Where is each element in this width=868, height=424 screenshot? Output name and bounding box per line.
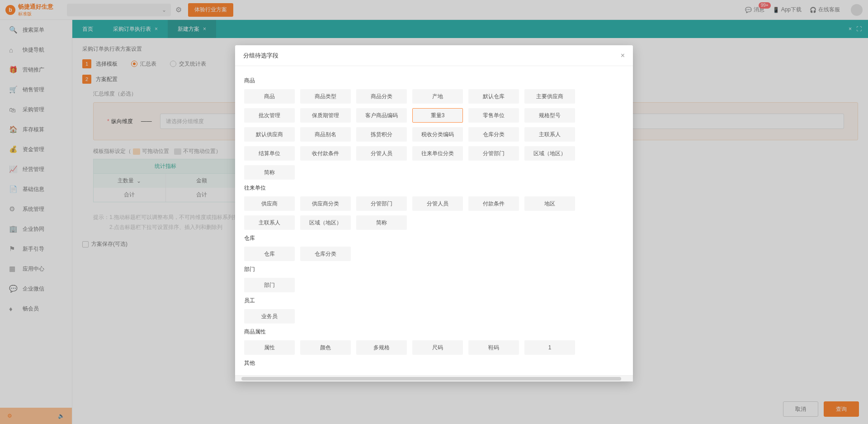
field-chip[interactable]: 保质期管理 <box>300 108 351 123</box>
field-chip[interactable]: 税收分类编码 <box>412 127 463 142</box>
field-chip[interactable]: 商品类型 <box>300 89 351 104</box>
field-chip[interactable]: 简称 <box>244 165 295 180</box>
chip-group: 部门 <box>244 278 624 292</box>
field-chip[interactable]: 拣货积分 <box>356 127 407 142</box>
field-chip[interactable]: 鞋码 <box>468 340 519 355</box>
field-select-modal: 分组待选字段 × 商品商品商品类型商品分类产地默认仓库主要供应商批次管理保质期管… <box>235 45 633 381</box>
field-chip[interactable]: 客户商品编码 <box>356 108 407 123</box>
chip-group: 商品商品类型商品分类产地默认仓库主要供应商批次管理保质期管理客户商品编码重量3零… <box>244 89 624 180</box>
field-chip[interactable]: 尺码 <box>412 340 463 355</box>
field-chip[interactable]: 商品分类 <box>356 89 407 104</box>
field-chip[interactable]: 重量3 <box>412 108 463 123</box>
field-chip[interactable]: 付款条件 <box>468 196 519 211</box>
field-chip[interactable]: 商品 <box>244 89 295 104</box>
field-chip[interactable]: 地区 <box>524 196 575 211</box>
group-title: 员工 <box>244 297 624 305</box>
group-title: 商品属性 <box>244 328 624 336</box>
field-chip[interactable]: 多规格 <box>356 340 407 355</box>
modal-close-icon[interactable]: × <box>621 52 625 60</box>
field-chip[interactable]: 分管人员 <box>356 146 407 161</box>
field-chip[interactable]: 规格型号 <box>524 108 575 123</box>
field-chip[interactable]: 结算单位 <box>244 146 295 161</box>
field-chip[interactable]: 主联系人 <box>524 127 575 142</box>
field-chip[interactable]: 区域（地区） <box>300 215 351 230</box>
modal-h-scrollbar[interactable] <box>235 375 633 381</box>
field-chip[interactable]: 供应商 <box>244 196 295 211</box>
group-title: 往来单位 <box>244 184 624 192</box>
field-chip[interactable]: 主要供应商 <box>524 89 575 104</box>
field-chip[interactable]: 零售单位 <box>468 108 519 123</box>
field-chip[interactable]: 供应商分类 <box>300 196 351 211</box>
field-chip[interactable]: 商品别名 <box>300 127 351 142</box>
field-chip[interactable]: 往来单位分类 <box>412 146 463 161</box>
field-chip[interactable]: 部门 <box>244 278 295 292</box>
field-chip[interactable]: 业务员 <box>244 309 295 324</box>
chip-group: 属性颜色多规格尺码鞋码1 <box>244 340 624 355</box>
field-chip[interactable]: 收付款条件 <box>300 146 351 161</box>
field-chip[interactable]: 分管人员 <box>412 196 463 211</box>
modal-header: 分组待选字段 × <box>235 45 633 66</box>
modal-body: 商品商品商品类型商品分类产地默认仓库主要供应商批次管理保质期管理客户商品编码重量… <box>235 66 633 375</box>
group-title: 仓库 <box>244 234 624 242</box>
chip-group: 业务员 <box>244 309 624 324</box>
field-chip[interactable]: 颜色 <box>300 340 351 355</box>
field-chip[interactable]: 默认供应商 <box>244 127 295 142</box>
modal-title: 分组待选字段 <box>243 52 278 60</box>
group-title: 部门 <box>244 266 624 273</box>
field-chip[interactable]: 主联系人 <box>244 215 295 230</box>
field-chip[interactable]: 区域（地区） <box>524 146 575 161</box>
field-chip[interactable]: 仓库分类 <box>300 247 351 261</box>
chip-group: 供应商供应商分类分管部门分管人员付款条件地区主联系人区域（地区）简称 <box>244 196 624 230</box>
field-chip[interactable]: 批次管理 <box>244 108 295 123</box>
field-chip[interactable]: 1 <box>524 340 575 355</box>
field-chip[interactable]: 简称 <box>356 215 407 230</box>
field-chip[interactable]: 默认仓库 <box>468 89 519 104</box>
field-chip[interactable]: 分管部门 <box>356 196 407 211</box>
field-chip[interactable]: 分管部门 <box>468 146 519 161</box>
field-chip[interactable]: 属性 <box>244 340 295 355</box>
field-chip[interactable]: 产地 <box>412 89 463 104</box>
chip-group: 仓库仓库分类 <box>244 247 624 261</box>
group-title: 其他 <box>244 359 624 367</box>
field-chip[interactable]: 仓库分类 <box>468 127 519 142</box>
field-chip[interactable]: 仓库 <box>244 247 295 261</box>
group-title: 商品 <box>244 77 624 85</box>
